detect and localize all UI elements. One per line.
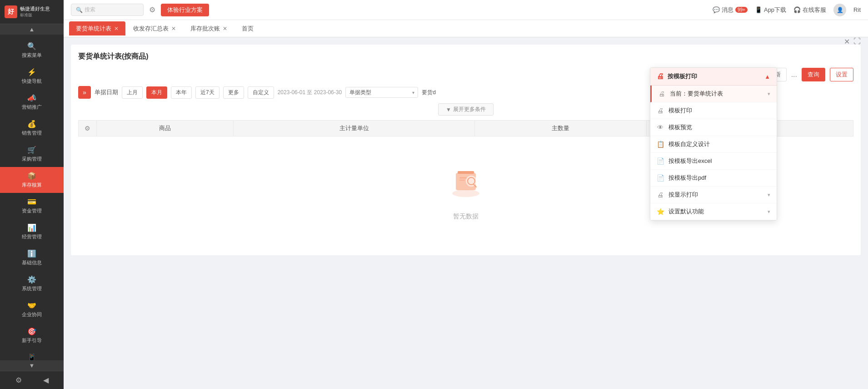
more-btn[interactable]: ... [791, 71, 797, 79]
svg-rect-7 [459, 180, 465, 181]
date-7days-btn[interactable]: 近7天 [195, 86, 219, 99]
dropdown-item-default-func[interactable]: ⭐ 设置默认功能 ▾ [650, 203, 777, 220]
dropdown-item-template-excel[interactable]: 📄 按模板导出excel [650, 153, 777, 170]
guide-label: 新手引导 [22, 337, 42, 344]
empty-icon [448, 164, 484, 207]
sidebar-item-purchase[interactable]: 🛒采购管理 [0, 141, 64, 167]
sidebar-item-corp[interactable]: 🤝企业协同 [0, 297, 64, 323]
sidebar-sound-icon[interactable]: ◀ [43, 376, 49, 384]
tab-label-2: 收发存汇总表 [133, 25, 169, 33]
sidebar-item-guide[interactable]: 🎯新手引导 [0, 323, 64, 349]
col-qty: 主数量 [475, 121, 647, 136]
dropdown-current-item[interactable]: 🖨 当前：要货单统计表 ▾ [650, 86, 777, 102]
tab-收发存汇总表[interactable]: 收发存汇总表✕ [126, 21, 183, 35]
col-product: 商品 [97, 121, 234, 136]
table-settings-icon[interactable]: ⚙ [85, 125, 90, 132]
message-badge: 99+ [735, 7, 748, 13]
date-this-month-btn[interactable]: 本月 [146, 86, 167, 99]
sidebar-item-basic[interactable]: ℹ️基础信息 [0, 245, 64, 271]
user-name[interactable]: Rit [853, 6, 861, 13]
sidebar-item-sales[interactable]: 💰销售管理 [0, 115, 64, 141]
date-more-btn[interactable]: 更多 [223, 86, 244, 99]
filter-expand-btn[interactable]: » [78, 86, 91, 99]
dropdown-print-icon: 🖨 [657, 72, 664, 81]
date-custom-btn[interactable]: 自定义 [248, 86, 274, 99]
tab-首页[interactable]: 首页 [235, 21, 260, 35]
display-print-icon: 🖨 [657, 191, 664, 198]
tab-close-1[interactable]: ✕ [223, 25, 227, 32]
template-print-icon: 🖨 [657, 107, 664, 114]
maximize-window-icon[interactable]: ⛶ [853, 37, 861, 46]
logo-badge: 标准版 [20, 12, 50, 18]
sidebar-item-finance[interactable]: 💳资金管理 [0, 193, 64, 219]
bill-type-select[interactable]: 单据类型 [345, 87, 418, 98]
date-last-month-btn[interactable]: 上月 [122, 86, 143, 99]
marketing-label: 营销推广 [22, 104, 42, 111]
expand-more-btn[interactable]: ▼ 展开更多条件 [438, 103, 494, 116]
user-icon: 👤 [837, 7, 843, 13]
message-icon: 💬 [713, 6, 720, 13]
sidebar: 好 畅捷通好生意 标准版 ▲ 🔍搜索菜单⚡快捷导航📣营销推广💰销售管理🛒采购管理… [0, 0, 64, 389]
template-print-label: 模板打印 [668, 106, 770, 115]
trial-button[interactable]: 体验行业方案 [161, 4, 209, 16]
template-pdf-label: 按模板导出pdf [668, 174, 770, 182]
display-print-arrow: ▾ [768, 192, 770, 198]
template-excel-icon: 📄 [657, 157, 664, 165]
dropdown-item-template-custom[interactable]: 📋 模板自定义设计 [650, 136, 777, 153]
topbar-settings-icon[interactable]: ⚙ [149, 5, 155, 14]
dropdown-collapse-icon[interactable]: ▲ [764, 73, 770, 80]
topbar-right: 💬 消息 99+ 📱 App下载 🎧 在线客服 👤 Rit [713, 4, 861, 16]
table-settings-header: ⚙ [79, 121, 97, 136]
search-box[interactable]: 🔍 搜索 [71, 4, 144, 16]
sidebar-item-search[interactable]: 🔍搜索菜单 [0, 37, 64, 63]
tab-label-1: 库存批次账 [190, 25, 220, 33]
col-unit: 主计量单位 [234, 121, 475, 136]
app-download-btn[interactable]: 📱 App下载 [755, 6, 786, 14]
sidebar-item-marketing[interactable]: 📣营销推广 [0, 89, 64, 115]
message-btn[interactable]: 💬 消息 99+ [713, 6, 748, 14]
expand-more-icon: ▼ [446, 106, 451, 113]
finance-icon: 💳 [27, 197, 36, 206]
tabbar: 要货单统计表✕收发存汇总表✕库存批次账✕首页 ✕ ⛶ [64, 20, 868, 37]
logo-area: 好 畅捷通好生意 标准版 [0, 0, 64, 24]
service-icon: 🎧 [793, 6, 801, 13]
topbar: 🔍 搜索 ⚙ 体验行业方案 💬 消息 99+ 📱 App下载 🎧 在线客服 👤 … [64, 0, 868, 20]
sidebar-item-quick-nav[interactable]: ⚡快捷导航 [0, 63, 64, 89]
template-custom-icon: 📋 [657, 141, 664, 148]
default-func-arrow: ▾ [768, 209, 770, 215]
dropdown-item-template-pdf[interactable]: 📄 按模板导出pdf [650, 170, 777, 187]
sales-label: 销售管理 [22, 130, 42, 136]
sidebar-item-operation[interactable]: 📊经营管理 [0, 219, 64, 245]
dropdown-item-template-print[interactable]: 🖨 模板打印 [650, 102, 777, 119]
operation-label: 经营管理 [22, 233, 42, 240]
logo-text-block: 畅捷通好生意 标准版 [20, 5, 50, 18]
query-btn[interactable]: 查询 [802, 68, 825, 81]
tab-要货单统计表[interactable]: 要货单统计表✕ [69, 21, 125, 35]
app-center-icon: 📱 [27, 353, 36, 360]
dropdown-item-display-print[interactable]: 🖨 按显示打印 ▾ [650, 187, 777, 203]
tab-close-3[interactable]: ✕ [114, 25, 119, 32]
sidebar-item-system[interactable]: ⚙️系统管理 [0, 271, 64, 297]
quick-nav-label: 快捷导航 [22, 78, 42, 85]
sidebar-item-app-center[interactable]: 📱应用中心 [0, 349, 64, 360]
yaohu-label: 要货d [422, 89, 436, 96]
user-avatar[interactable]: 👤 [833, 4, 846, 16]
tab-库存批次账[interactable]: 库存批次账✕ [184, 21, 234, 35]
sidebar-scroll-up[interactable]: ▲ [0, 24, 64, 35]
sidebar-item-inventory[interactable]: 📦库存核算 [0, 167, 64, 193]
search-placeholder: 搜索 [85, 6, 95, 14]
logo-icon: 好 [5, 5, 17, 18]
close-window-icon[interactable]: ✕ [844, 37, 850, 46]
date-this-year-btn[interactable]: 本年 [171, 86, 192, 99]
sidebar-settings-icon[interactable]: ⚙ [15, 376, 22, 384]
tab-label-0: 首页 [242, 25, 254, 33]
dropdown-item-template-preview[interactable]: 👁 模板预览 [650, 119, 777, 136]
search-label: 搜索菜单 [22, 52, 42, 59]
sidebar-scroll-down[interactable]: ▼ [0, 360, 64, 371]
dropdown-items-list: 🖨 模板打印 👁 模板预览 📋 模板自定义设计 📄 按模板导出excel 📄 按… [650, 102, 777, 220]
tab-close-2[interactable]: ✕ [171, 25, 176, 32]
search-icon: 🔍 [76, 7, 83, 13]
settings-btn[interactable]: 设置 [830, 68, 853, 81]
app-icon: 📱 [755, 6, 762, 13]
online-service-btn[interactable]: 🎧 在线客服 [793, 6, 826, 14]
